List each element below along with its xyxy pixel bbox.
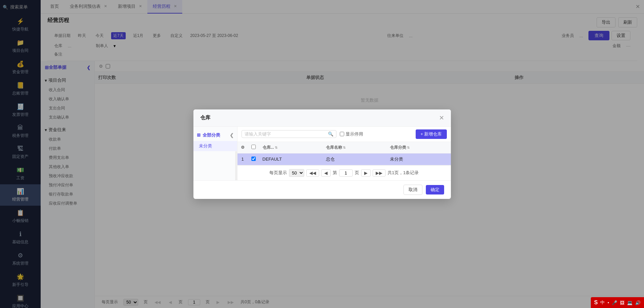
modal-table: ⚙ 仓库...⇅ 仓库名称⇅ bbox=[237, 142, 451, 165]
cancel-button[interactable]: 取消 bbox=[403, 185, 422, 195]
modal-first-page[interactable]: ◀◀ bbox=[306, 169, 319, 177]
modal-header: 仓库 ✕ bbox=[193, 109, 451, 127]
confirm-button[interactable]: 确定 bbox=[426, 185, 444, 194]
th-code: 仓库...⇅ bbox=[259, 142, 323, 153]
taskbar-screen[interactable]: 💻 bbox=[627, 300, 632, 305]
table-row[interactable]: 1 DEFAULT 总仓 未分类 bbox=[237, 153, 451, 165]
modal-sidebar: ⊞ 全部分类 ❮ 未分类 bbox=[193, 127, 237, 180]
modal-sidebar-header[interactable]: ⊞ 全部分类 ❮ bbox=[193, 129, 237, 141]
search-icon-modal: 🔍 bbox=[328, 131, 333, 137]
row-code: DEFAULT bbox=[259, 153, 323, 165]
modal-per-page-label: 每页显示 bbox=[269, 170, 287, 176]
row-gear: 1 bbox=[237, 153, 248, 165]
modal-page-suffix: 页 bbox=[355, 170, 359, 176]
row-category: 未分类 bbox=[387, 153, 451, 165]
modal-main: 🔍 显示停用 + 新增仓库 ⚙ bbox=[237, 127, 451, 180]
modal-close-button[interactable]: ✕ bbox=[439, 114, 444, 122]
add-warehouse-button[interactable]: + 新增仓库 bbox=[416, 129, 446, 139]
th-gear: ⚙ bbox=[237, 142, 248, 153]
taskbar-dot: • bbox=[607, 300, 609, 305]
modal-per-page-select[interactable]: 50 bbox=[289, 169, 304, 177]
modal-footer: 取消 确定 bbox=[193, 180, 451, 199]
modal-overlay: 仓库 ✕ ⊞ 全部分类 ❮ 未分类 bbox=[0, 0, 644, 308]
taskbar-sound[interactable]: 🔊 bbox=[635, 300, 641, 305]
taskbar-img[interactable]: 🖼 bbox=[620, 300, 624, 305]
taskbar-logo: S bbox=[594, 300, 598, 306]
search-input[interactable] bbox=[245, 131, 328, 137]
modal-sidebar-item-unclassified[interactable]: 未分类 bbox=[193, 141, 237, 151]
modal-toolbar: 🔍 显示停用 + 新增仓库 bbox=[237, 127, 451, 142]
modal-select-all[interactable] bbox=[251, 145, 256, 149]
modal-page-label: 第 bbox=[333, 170, 337, 176]
grid-icon-modal: ⊞ bbox=[197, 132, 201, 138]
search-box: 🔍 bbox=[242, 130, 336, 138]
modal-title: 仓库 bbox=[200, 115, 210, 121]
modal-page-input[interactable] bbox=[339, 169, 353, 177]
modal-sidebar-all-label: 全部分类 bbox=[203, 132, 220, 138]
modal-sidebar-collapse[interactable]: ❮ bbox=[230, 132, 234, 138]
modal-prev-page[interactable]: ◀ bbox=[321, 169, 331, 177]
modal: 仓库 ✕ ⊞ 全部分类 ❮ 未分类 bbox=[193, 109, 451, 199]
th-category: 仓库分类⇅ bbox=[387, 142, 451, 153]
th-checkbox bbox=[248, 142, 259, 153]
taskbar-mic[interactable]: 🎤 bbox=[612, 300, 617, 305]
modal-body: ⊞ 全部分类 ❮ 未分类 🔍 bbox=[193, 127, 451, 180]
modal-pagination: 每页显示 50 ◀◀ ◀ 第 页 ▶ ▶▶ 共1页，1条记录 bbox=[237, 165, 451, 180]
modal-next-page[interactable]: ▶ bbox=[361, 169, 371, 177]
show-disabled-checkbox[interactable] bbox=[340, 132, 344, 136]
row-checkbox[interactable] bbox=[248, 153, 259, 165]
modal-total: 共1页，1条记录 bbox=[388, 170, 419, 176]
taskbar-text: 中 bbox=[600, 300, 605, 306]
row-name: 总仓 bbox=[323, 153, 387, 165]
row-select[interactable] bbox=[251, 157, 256, 161]
th-name: 仓库名称⇅ bbox=[323, 142, 387, 153]
modal-table-header: ⚙ 仓库...⇅ 仓库名称⇅ bbox=[237, 142, 451, 153]
show-disabled-label[interactable]: 显示停用 bbox=[340, 131, 363, 137]
modal-table-wrap: ⚙ 仓库...⇅ 仓库名称⇅ bbox=[237, 142, 451, 165]
modal-last-page[interactable]: ▶▶ bbox=[373, 169, 386, 177]
